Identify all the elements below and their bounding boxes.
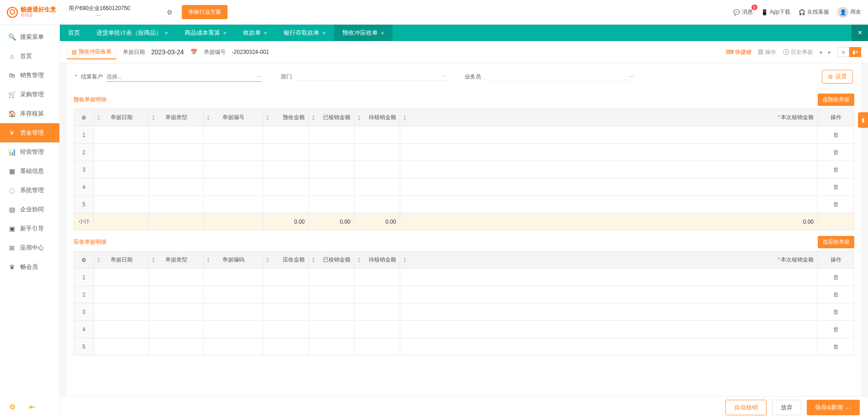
sidebar-item-6[interactable]: 📊经营管理 <box>0 142 59 162</box>
operate-link[interactable]: ☰ 操作 <box>758 48 776 56</box>
col-type[interactable]: ▲▼单据类型 <box>149 251 204 269</box>
table-row[interactable]: 4🗑 <box>74 178 854 196</box>
col-settings[interactable]: ⚙ <box>74 109 94 126</box>
tab-5[interactable]: 预收冲应收单✕ <box>334 25 392 41</box>
tab-1[interactable]: 进货单统计表（按商品）✕ <box>88 25 176 41</box>
user-menu[interactable]: 👤 用友 <box>837 7 861 18</box>
table-row[interactable]: 5🗑 <box>74 196 854 213</box>
sidebar-settings-icon[interactable]: ⚙ <box>9 402 16 411</box>
document-type-tab[interactable]: ▥ 预收冲应收单 <box>67 45 116 59</box>
delete-icon[interactable]: 🗑 <box>833 183 839 190</box>
col-settings[interactable]: ⚙ <box>74 251 94 269</box>
col-written[interactable]: ▲▼已核销金额 <box>309 109 355 126</box>
customer-input[interactable] <box>106 72 262 82</box>
calendar-icon[interactable]: 📅 <box>191 49 197 55</box>
col-type[interactable]: ▲▼单据类型 <box>149 109 204 126</box>
sidebar-item-7[interactable]: ▦基础信息 <box>0 162 59 181</box>
col-this[interactable]: ▲▼*本次核销金额 <box>400 251 818 269</box>
col-date[interactable]: ▲▼单据日期 <box>94 251 149 269</box>
col-pending[interactable]: ▲▼待核销金额 <box>355 109 400 126</box>
table-row[interactable]: 1🗑 <box>74 126 854 144</box>
sidebar-item-5[interactable]: ¥资金管理 <box>0 123 59 142</box>
sales-select[interactable]: ⋯ <box>485 73 635 80</box>
sidebar-icon: ▤ <box>8 206 16 213</box>
sidebar-collapse-icon[interactable]: ⇤ <box>29 402 35 411</box>
gear-icon: ⚙ <box>828 73 833 80</box>
section2-title: 应收单据明细 <box>74 238 106 246</box>
close-icon[interactable]: ✕ <box>322 31 326 36</box>
sidebar-label: 库存核算 <box>20 110 44 118</box>
sidebar-item-2[interactable]: 🛍销售管理 <box>0 66 59 85</box>
brand-sub: 精易版 <box>21 13 56 18</box>
settings-icon[interactable]: ⚙ <box>167 9 173 16</box>
auto-writeoff-button[interactable]: 自动核销 <box>725 400 767 415</box>
col-this[interactable]: ▲▼*本次核销金额 <box>400 109 818 126</box>
pick-receivable-button[interactable]: 选应收单据 <box>818 236 854 248</box>
table-row[interactable]: 4🗑 <box>74 321 854 338</box>
table-row[interactable]: 1🗑 <box>74 269 854 286</box>
tenant-select[interactable]: 用户690企业1660120750 ﹀ <box>69 5 160 20</box>
save-new-button[interactable]: 保存&新增︿ <box>807 400 860 415</box>
messages-link[interactable]: 💬 消息 5 <box>733 8 753 16</box>
subtotal-row: 小计 0.00 0.00 0.00 0.00 <box>74 213 854 230</box>
close-icon[interactable]: ✕ <box>264 31 267 36</box>
tab-2[interactable]: 商品成本重算✕ <box>176 25 235 41</box>
side-drawer-tab[interactable]: ▮ <box>858 112 868 128</box>
col-prepay[interactable]: ▲▼预收金额 <box>263 109 309 126</box>
message-icon: 💬 <box>733 9 740 16</box>
sidebar-label: 经营管理 <box>20 148 44 156</box>
table-row[interactable]: 5🗑 <box>74 338 854 355</box>
sidebar-item-3[interactable]: 🛒采购管理 <box>0 85 59 104</box>
col-pending[interactable]: ▲▼待核销金额 <box>355 251 400 269</box>
delete-icon[interactable]: 🗑 <box>833 274 839 281</box>
sidebar-item-9[interactable]: ▤企业协同 <box>0 200 59 219</box>
delete-icon[interactable]: 🗑 <box>833 131 839 138</box>
delete-icon[interactable]: 🗑 <box>833 308 839 315</box>
view-card-icon[interactable]: ▮≡ <box>849 47 861 57</box>
pick-prepay-button[interactable]: 选预收单据 <box>818 94 854 106</box>
shortcut-link[interactable]: ⌨快捷键 <box>726 48 752 56</box>
customer-lookup-icon[interactable]: ⋯ <box>256 73 263 80</box>
close-icon[interactable]: ✕ <box>381 31 384 36</box>
history-link[interactable]: 🕓 历史单据 <box>783 48 813 56</box>
sidebar-item-1[interactable]: ⌂首页 <box>0 47 59 66</box>
col-receivable[interactable]: ▲▼应收金额 <box>263 251 309 269</box>
app-download-link[interactable]: 📱 App下载 <box>761 8 790 16</box>
col-written[interactable]: ▲▼已核销金额 <box>309 251 355 269</box>
delete-icon[interactable]: 🗑 <box>833 149 839 156</box>
prev-icon[interactable]: ◂ <box>819 49 822 55</box>
table-row[interactable]: 3🗑 <box>74 303 854 321</box>
sidebar-item-10[interactable]: ▣新手引导 <box>0 219 59 238</box>
col-code[interactable]: ▲▼单据编码 <box>204 251 263 269</box>
delete-icon[interactable]: 🗑 <box>833 291 839 298</box>
close-icon[interactable]: ✕ <box>164 31 168 36</box>
discard-button[interactable]: 放弃 <box>772 400 801 415</box>
tab-label: 进货单统计表（按商品） <box>96 29 162 37</box>
delete-icon[interactable]: 🗑 <box>833 343 839 350</box>
table-row[interactable]: 3🗑 <box>74 161 854 178</box>
col-date[interactable]: ▲▼单据日期 <box>94 109 149 126</box>
table-row[interactable]: 2🗑 <box>74 144 854 161</box>
close-all-tabs[interactable]: ✕ <box>852 25 868 41</box>
col-code[interactable]: ▲▼单据编号 <box>204 109 263 126</box>
trial-button[interactable]: 体验行业方案 <box>182 5 228 19</box>
tab-4[interactable]: 银行存取款单✕ <box>275 25 334 41</box>
sidebar-item-8[interactable]: ◌系统管理 <box>0 181 59 200</box>
dept-select[interactable]: ﹀ <box>296 73 446 81</box>
settings-button[interactable]: ⚙设置 <box>822 70 853 84</box>
delete-icon[interactable]: 🗑 <box>833 326 839 333</box>
next-icon[interactable]: ▸ <box>828 49 831 55</box>
close-icon[interactable]: ✕ <box>223 31 227 36</box>
sidebar-item-12[interactable]: ♛畅会员 <box>0 257 59 277</box>
tab-0[interactable]: 首页 <box>60 25 88 41</box>
delete-icon[interactable]: 🗑 <box>833 166 839 173</box>
document-date[interactable]: 2023-03-24 <box>151 48 184 56</box>
table-row[interactable]: 2🗑 <box>74 286 854 303</box>
sidebar-item-0[interactable]: 🔍搜索菜单 <box>0 27 59 47</box>
tab-3[interactable]: 收款单✕ <box>235 25 275 41</box>
delete-icon[interactable]: 🗑 <box>833 201 839 208</box>
view-list-icon[interactable]: ≡ <box>837 47 849 57</box>
support-link[interactable]: 🎧 在线客服 <box>799 8 829 16</box>
sidebar-item-4[interactable]: 🏠库存核算 <box>0 104 59 123</box>
sidebar-item-11[interactable]: ⊞应用中心 <box>0 238 59 257</box>
